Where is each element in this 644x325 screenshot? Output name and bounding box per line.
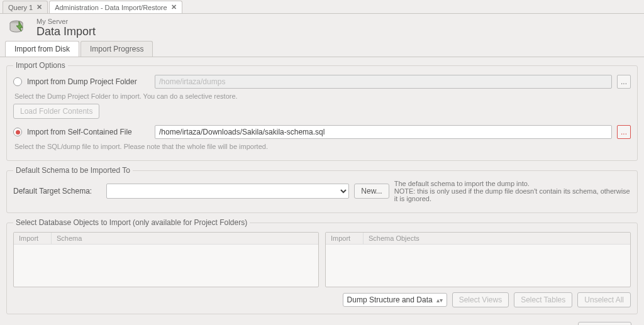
chevron-updown-icon: ▴▾ [436,297,443,304]
schema-objects-list-header: Import Schema Objects [326,233,630,245]
subtab-import-progress[interactable]: Import Progress [80,41,153,57]
row-import-folder: Import from Dump Project Folder ... [13,75,631,89]
header-subtitle: My Server [36,18,96,25]
page-title: Data Import [36,25,96,38]
radio-import-file[interactable] [13,128,22,136]
header-text: My Server Data Import [36,18,96,38]
footer: Press [Start Import] to start... Start I… [6,319,638,325]
radio-import-folder-label: Import from Dump Project Folder [27,77,150,86]
objects-actions: Dump Structure and Data ▴▾ Select Views … [13,292,631,307]
file-path-input[interactable] [155,125,612,139]
tab-label: Administration - Data Import/Restore [55,4,167,11]
schema-listbox[interactable]: Import Schema [13,232,319,287]
start-import-button[interactable]: Start Import [578,322,631,325]
select-views-button[interactable]: Select Views [452,292,509,307]
close-icon[interactable]: ✕ [36,3,42,11]
default-schema-label: Default Target Schema: [13,187,101,196]
import-options-group: Import Options Import from Dump Project … [6,61,638,161]
radio-import-folder[interactable] [13,77,22,86]
radio-import-file-label: Import from Self-Contained File [27,128,150,136]
col-import: Import [326,233,364,244]
editor-tabbar: Query 1 ✕ Administration - Data Import/R… [0,0,644,14]
tab-label: Query 1 [8,4,33,11]
schema-objects-listbox[interactable]: Import Schema Objects [325,232,631,287]
dump-type-label: Dump Structure and Data [347,295,433,304]
col-schema: Schema [52,233,87,244]
row-import-file: Import from Self-Contained File ... [13,125,631,139]
default-schema-select[interactable] [106,184,349,199]
schema-list-header: Import Schema [14,233,318,245]
tab-query1[interactable]: Query 1 ✕ [3,1,48,13]
default-schema-group: Default Schema to be Imported To Default… [6,166,638,213]
subtab-import-from-disk[interactable]: Import from Disk [5,41,79,57]
main-panel: Import Options Import from Dump Project … [0,57,644,325]
load-folder-contents-button[interactable]: Load Folder Contents [13,104,99,119]
close-icon[interactable]: ✕ [171,3,177,11]
page-header: My Server Data Import [0,14,644,41]
objects-group: Select Database Objects to Import (only … [6,218,638,314]
new-schema-button[interactable]: New... [354,184,389,199]
browse-folder-button[interactable]: ... [617,75,631,89]
dump-type-dropdown[interactable]: Dump Structure and Data ▴▾ [343,293,447,307]
unselect-all-button[interactable]: Unselect All [577,292,631,307]
file-hint: Select the SQL/dump file to import. Plea… [14,143,631,150]
database-icon [8,19,29,38]
col-schema-objects: Schema Objects [364,233,425,244]
default-schema-note: The default schema to import the dump in… [394,180,631,202]
objects-legend: Select Database Objects to Import (only … [13,218,250,227]
import-options-legend: Import Options [13,61,68,70]
folder-path-input [155,75,612,89]
folder-hint: Select the Dump Project Folder to import… [14,92,631,100]
default-schema-legend: Default Schema to be Imported To [13,166,133,175]
col-import: Import [14,233,52,244]
browse-file-button[interactable]: ... [617,125,631,139]
subtabbar: Import from Disk Import Progress [0,41,644,57]
tab-admin-import[interactable]: Administration - Data Import/Restore ✕ [49,1,182,13]
objects-listarea: Import Schema Import Schema Objects [13,232,631,287]
row-default-schema: Default Target Schema: New... The defaul… [13,180,631,202]
select-tables-button[interactable]: Select Tables [514,292,572,307]
